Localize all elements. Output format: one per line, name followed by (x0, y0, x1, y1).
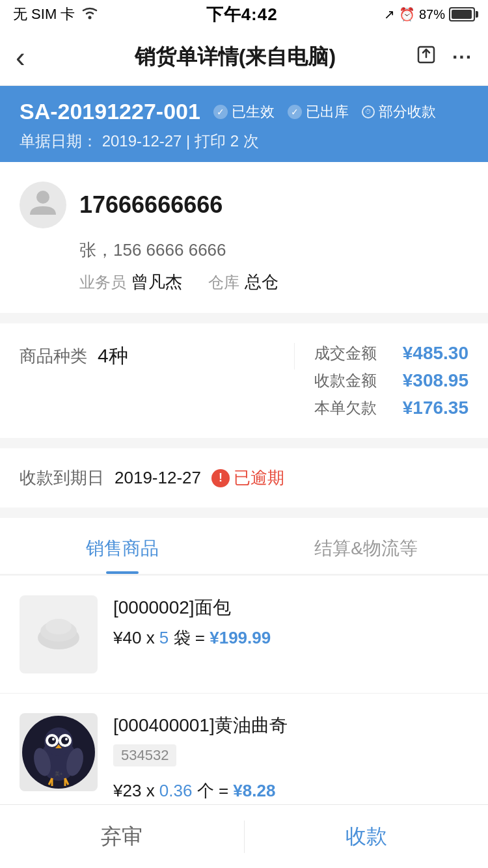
quantity-bread: 5 (159, 628, 169, 647)
customer-section: 17666666666 张，156 6666 6666 业务员 曾凡杰 仓库 总… (0, 162, 488, 313)
svg-point-5 (46, 619, 72, 634)
bottom-bar: 弃审 收款 (0, 804, 488, 868)
svg-point-13 (52, 738, 55, 740)
battery-percent: 87% (419, 7, 445, 22)
tab-settlement-logistics[interactable]: 结算&物流等 (244, 518, 488, 574)
product-types-value: 4种 (98, 343, 128, 370)
tabs-header: 销售商品 结算&物流等 (0, 518, 488, 575)
svg-point-12 (61, 737, 69, 744)
price-x-cookie: x (146, 781, 159, 800)
tab-underline (106, 571, 139, 574)
order-number: SA-20191227-001 (20, 99, 200, 124)
product-types-label: 商品种类 (20, 345, 87, 368)
collection-label: 收款金额 (314, 370, 377, 391)
warehouse-name: 总仓 (245, 271, 278, 293)
print-info: | 打印 2 次 (186, 132, 259, 150)
header-banner: SA-20191227-001 ✓ 已生效 ✓ 已出库 ⏱ 部分收款 单据日期：… (0, 86, 488, 162)
product-thumb-cookie: 美+ (20, 713, 98, 791)
banner-row1: SA-20191227-001 ✓ 已生效 ✓ 已出库 ⏱ 部分收款 (20, 99, 468, 124)
nav-actions: ··· (416, 44, 472, 70)
tab-sales-products[interactable]: 销售商品 (0, 518, 244, 574)
overdue-warning-icon: ! (211, 469, 230, 487)
warehouse-detail: 仓库 总仓 (208, 271, 278, 293)
transaction-value: ¥485.30 (403, 343, 468, 364)
collection-row: 收款金额 ¥308.95 (314, 370, 468, 391)
equals-cookie: = (219, 781, 233, 800)
customer-details: 业务员 曾凡杰 仓库 总仓 (79, 271, 468, 293)
due-date-section: 收款到期日 2019-12-27 ! 已逾期 (0, 448, 488, 508)
product-thumb-bread (20, 595, 98, 673)
debt-label: 本单欠款 (314, 398, 377, 418)
svg-point-14 (65, 738, 68, 740)
check-icon-2: ✓ (288, 105, 302, 119)
transaction-row: 成交金额 ¥485.30 (314, 343, 468, 364)
product-types: 商品种类 4种 (20, 343, 295, 370)
due-date-label: 收款到期日 (20, 467, 104, 489)
price-x-bread: x (146, 628, 159, 647)
carrier-text: 无 SIM 卡 (13, 5, 75, 24)
product-name-bread: [0000002]面包 (113, 595, 468, 620)
cancel-review-button[interactable]: 弃审 (0, 805, 244, 868)
product-item-bread: [0000002]面包 ¥40 x 5 袋 = ¥199.99 (0, 576, 488, 694)
banner-date-row: 单据日期： 2019-12-27 | 打印 2 次 (20, 131, 468, 152)
badge-shipped: ✓ 已出库 (288, 102, 349, 122)
time-display: 下午4:42 (206, 3, 278, 26)
tabs-section: 销售商品 结算&物流等 (0, 518, 488, 575)
status-left: 无 SIM 卡 (13, 5, 100, 24)
customer-phone: 17666666666 (79, 191, 223, 219)
stats-section: 商品种类 4种 成交金额 ¥485.30 收款金额 ¥308.95 本单欠款 ¥… (0, 323, 488, 438)
debt-value: ¥176.35 (403, 398, 468, 418)
wifi-icon (80, 5, 100, 23)
more-icon[interactable]: ··· (452, 46, 472, 68)
product-price-cookie: ¥23 x 0.36 个 = ¥8.28 (113, 780, 468, 802)
location-icon: ↗ (384, 7, 395, 22)
product-info-cookie: [000400001]黄油曲奇 534532 ¥23 x 0.36 个 = ¥8… (113, 713, 468, 802)
products-section: [0000002]面包 ¥40 x 5 袋 = ¥199.99 (0, 576, 488, 822)
share-icon[interactable] (416, 44, 437, 70)
avatar-icon (27, 185, 59, 225)
overdue-badge: ! 已逾期 (211, 467, 284, 489)
total-cookie: ¥8.28 (233, 781, 275, 800)
collect-payment-button[interactable]: 收款 (245, 805, 489, 868)
product-info-bread: [0000002]面包 ¥40 x 5 袋 = ¥199.99 (113, 595, 468, 649)
svg-point-0 (88, 16, 92, 20)
overdue-text: 已逾期 (234, 467, 284, 489)
svg-point-11 (48, 737, 56, 744)
badge-partial-payment: ⏱ 部分收款 (362, 102, 436, 122)
nav-bar: ‹ 销货单详情(来自电脑) ··· (0, 29, 488, 86)
check-icon-1: ✓ (213, 105, 228, 119)
product-item-cookie: 美+ [000400001]黄油曲奇 534532 ¥23 x 0.36 个 =… (0, 694, 488, 822)
total-bread: ¥199.99 (210, 628, 271, 647)
product-price-bread: ¥40 x 5 袋 = ¥199.99 (113, 627, 468, 649)
quantity-cookie: 0.36 (159, 781, 193, 800)
customer-name: 张，156 6666 6666 (79, 239, 468, 262)
status-bar: 无 SIM 卡 下午4:42 ↗ ⏰ 87% (0, 0, 488, 29)
sales-label: 业务员 (79, 272, 126, 293)
sales-name: 曾凡杰 (131, 271, 182, 293)
svg-point-2 (36, 191, 49, 204)
alarm-icon: ⏰ (399, 7, 415, 22)
sales-detail: 业务员 曾凡杰 (79, 271, 182, 293)
product-name-cookie: [000400001]黄油曲奇 (113, 713, 468, 738)
status-right: ↗ ⏰ 87% (384, 7, 475, 22)
transaction-label: 成交金额 (314, 343, 377, 364)
amount-stats: 成交金额 ¥485.30 收款金额 ¥308.95 本单欠款 ¥176.35 (295, 343, 468, 418)
page-title: 销货单详情(来自电脑) (55, 43, 416, 72)
price-unit-cookie: ¥23 (113, 781, 141, 800)
customer-phone-row: 17666666666 (20, 182, 468, 228)
avatar (20, 182, 66, 228)
product-sku-cookie: 534532 (113, 744, 176, 766)
date-label: 单据日期： (20, 132, 98, 150)
order-date: 2019-12-27 (102, 132, 182, 150)
unit-bread: 袋 (174, 628, 191, 647)
battery-icon (449, 7, 475, 21)
unit-cookie: 个 (197, 781, 214, 800)
badge-effective: ✓ 已生效 (213, 102, 275, 122)
price-unit-bread: ¥40 (113, 628, 141, 647)
clock-icon: ⏱ (362, 105, 375, 118)
collection-value: ¥308.95 (403, 370, 468, 391)
back-button[interactable]: ‹ (16, 41, 55, 74)
debt-row: 本单欠款 ¥176.35 (314, 398, 468, 418)
warehouse-label: 仓库 (208, 272, 239, 293)
svg-text:美+: 美+ (55, 771, 63, 777)
